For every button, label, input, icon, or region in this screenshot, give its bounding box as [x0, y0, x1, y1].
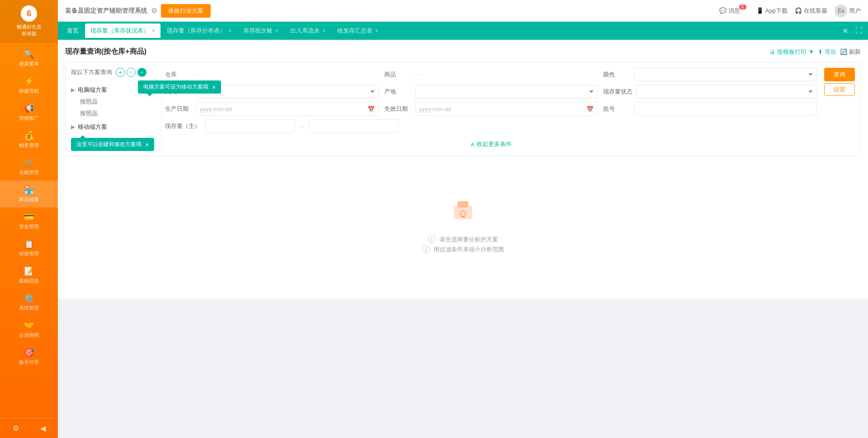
- scheme-item-2[interactable]: 按照品: [71, 108, 156, 119]
- export-btn[interactable]: ⬆ 导出: [818, 48, 836, 56]
- collapse-up-icon: ∧: [470, 141, 475, 148]
- purchase-icon: 🛒: [24, 158, 34, 168]
- page-title-actions: 🖨 按模板打印 ▼ ⬆ 导出 🔄 刷新: [769, 48, 861, 56]
- scheme-item-1[interactable]: 按照品: [71, 96, 156, 108]
- desktop-expand-arrow: ▶: [71, 87, 75, 93]
- goods-dots: ···: [415, 71, 421, 79]
- tab-inout-flow[interactable]: 出入库流水 ×: [285, 24, 331, 38]
- inventory-main-min-input[interactable]: [205, 119, 295, 133]
- industry-btn[interactable]: 体验行业方案: [161, 4, 211, 18]
- sidebar-item-finance[interactable]: 💳 资金管理: [0, 207, 58, 235]
- refresh-btn[interactable]: 🔄 刷新: [840, 48, 861, 56]
- stock-status-select[interactable]: [636, 85, 817, 99]
- operation-icon: 📋: [24, 239, 34, 249]
- empty-illustration: [445, 192, 481, 228]
- user-avatar-item[interactable]: Ea 用户: [835, 5, 861, 17]
- form-cell-prod-date: 生产日期 yyyy-mm-dd 📅: [165, 102, 379, 116]
- filter-edit-btn[interactable]: ○: [127, 68, 136, 77]
- svg-point-4: [461, 213, 462, 215]
- tab-home[interactable]: 首页: [61, 24, 84, 38]
- batch-no-label: 批号: [603, 105, 630, 113]
- tab-fullscreen-btn[interactable]: ⛶: [854, 25, 864, 37]
- online-support-item[interactable]: 🎧 在线客服: [795, 7, 827, 15]
- tab-close-batch-account[interactable]: ×: [275, 28, 278, 34]
- form-row-3: 生产日期 yyyy-mm-dd 📅 失效日期 yyyy-mm-dd: [165, 102, 817, 116]
- warehouse-label: 仓库: [165, 71, 192, 79]
- scheme-group-mobile: ▶ 移动端方案: [71, 121, 156, 133]
- tab-close-stock-status[interactable]: ×: [152, 28, 155, 34]
- color-select[interactable]: [634, 68, 817, 81]
- tab-close-summary[interactable]: ×: [375, 28, 378, 34]
- header-right: 💬 消息 6 📱 App下载 🎧 在线客服 Ea 用户: [719, 5, 861, 17]
- sidebar-item-operation[interactable]: 📋 经营管理: [0, 235, 58, 262]
- header-gear-icon[interactable]: ⚙: [151, 6, 157, 15]
- sidebar-item-inventory[interactable]: 🏪 库存核算: [0, 180, 58, 207]
- filter-arrow-btn[interactable]: ←: [137, 68, 146, 77]
- sidebar: 6 畅通好生意 标准版 🔍 搜索菜单 ⚡ 快捷导航 📢 营销推广 💰 销售管理 …: [0, 0, 58, 438]
- tab-bar: 首页 现存量（库存状况表） × 现存量（库存分布表） × 库存批次账 × 出入库…: [58, 22, 868, 40]
- sidebar-item-basic[interactable]: 📝 基础信息: [0, 262, 58, 289]
- search-button[interactable]: 查询: [824, 68, 855, 81]
- filter-left-panel: 按以下方案查询 + ○ ← 电脑方案可设为移动方案哦 ×: [71, 68, 161, 150]
- prod-date-calendar-icon[interactable]: 📅: [368, 106, 375, 113]
- main-filter-area: 按以下方案查询 + ○ ← 电脑方案可设为移动方案哦 ×: [71, 68, 855, 150]
- prod-date-input[interactable]: yyyy-mm-dd 📅: [196, 102, 379, 116]
- sidebar-item-marketing[interactable]: 📢 营销推广: [0, 99, 58, 126]
- tooltip2-close[interactable]: ×: [145, 141, 149, 148]
- color-label: 颜色: [603, 71, 630, 79]
- batch-no-input[interactable]: [634, 102, 817, 116]
- mobile-expand-arrow: ▶: [71, 124, 75, 130]
- collapse-bar: ∧ 收起更多条件: [165, 137, 817, 150]
- expiry-date-input[interactable]: yyyy-mm-dd 📅: [415, 102, 598, 116]
- form-cell-batch-no: 批号: [603, 102, 817, 116]
- sidebar-item-guide[interactable]: 🎯 新手引导: [0, 343, 58, 370]
- tooltip1-close[interactable]: ×: [212, 84, 216, 91]
- scheme-group-mobile-header[interactable]: ▶ 移动端方案: [71, 121, 156, 133]
- sidebar-collapse-btn[interactable]: ◀: [40, 424, 46, 433]
- expiry-date-label: 失效日期: [384, 105, 411, 113]
- tooltip-desktop-scheme: 电脑方案可设为移动方案哦 ×: [138, 80, 221, 94]
- system-name: 装备及固定资产辅助管理系统: [65, 7, 147, 15]
- refresh-icon: 🔄: [840, 48, 847, 55]
- inventory-main-max-input[interactable]: [308, 119, 399, 133]
- finance-icon: 💳: [24, 212, 34, 222]
- tab-close-stock-dist[interactable]: ×: [228, 28, 231, 34]
- sales-icon: 💰: [24, 131, 34, 141]
- page-title-bar: 现存量查询(按仓库+商品) 🖨 按模板打印 ▼ ⬆ 导出 🔄 刷新: [65, 47, 861, 57]
- size-select[interactable]: [196, 85, 379, 99]
- form-cell-stock-status: 现存量状态: [603, 85, 817, 99]
- notification-item[interactable]: 💬 消息 6: [719, 7, 749, 15]
- stock-status-label: 现存量状态: [603, 88, 632, 96]
- sidebar-item-system[interactable]: ⚙️ 系统管理: [0, 289, 58, 316]
- origin-select[interactable]: [415, 85, 598, 99]
- logo-name: 畅通好生意 标准版: [17, 24, 42, 38]
- sidebar-item-sales[interactable]: 💰 销售管理: [0, 126, 58, 153]
- sidebar-logo: 6 畅通好生意 标准版: [0, 0, 58, 43]
- collapse-btn[interactable]: ∧ 收起更多条件: [470, 140, 512, 148]
- tooltip-create-scheme: 这里可以创建和修改方案哦 ×: [71, 138, 154, 151]
- expiry-date-calendar-icon[interactable]: 📅: [586, 106, 594, 113]
- tab-stock-status[interactable]: 现存量（库存状况表） ×: [85, 24, 160, 38]
- sidebar-item-quick-nav[interactable]: ⚡ 快捷导航: [0, 72, 58, 99]
- printer-icon: 🖨: [769, 48, 775, 55]
- tab-summary[interactable]: 收发存汇总表 ×: [332, 24, 384, 38]
- sidebar-settings-btn[interactable]: ⚙: [13, 424, 19, 433]
- system-icon: ⚙️: [24, 293, 34, 303]
- filter-add-btn[interactable]: +: [116, 68, 125, 77]
- sidebar-item-search-menu[interactable]: 🔍 搜索菜单: [0, 45, 58, 72]
- warehouse-dots: ···: [196, 71, 202, 79]
- tab-batch-account[interactable]: 库存批次账 ×: [238, 24, 284, 38]
- tab-stock-dist[interactable]: 现存量（库存分布表） ×: [161, 24, 237, 38]
- print-dropdown-icon: ▼: [808, 48, 814, 55]
- tab-close-inout-flow[interactable]: ×: [322, 28, 326, 34]
- tab-bar-right: ✕ ⛶: [840, 25, 864, 37]
- sidebar-item-collab[interactable]: 🤝 企业协同: [0, 316, 58, 343]
- prod-date-label: 生产日期: [165, 105, 192, 113]
- print-btn[interactable]: 🖨 按模板打印 ▼: [769, 48, 814, 56]
- set-button[interactable]: 设置: [824, 83, 855, 96]
- sidebar-item-purchase[interactable]: 🛒 采购管理: [0, 153, 58, 180]
- app-download-item[interactable]: 📱 App下载: [756, 7, 788, 15]
- form-cell-warehouse: 仓库 ···: [165, 71, 379, 79]
- tab-close-all-btn[interactable]: ✕: [840, 25, 850, 37]
- form-row-4: 现存量（主） —: [165, 119, 817, 133]
